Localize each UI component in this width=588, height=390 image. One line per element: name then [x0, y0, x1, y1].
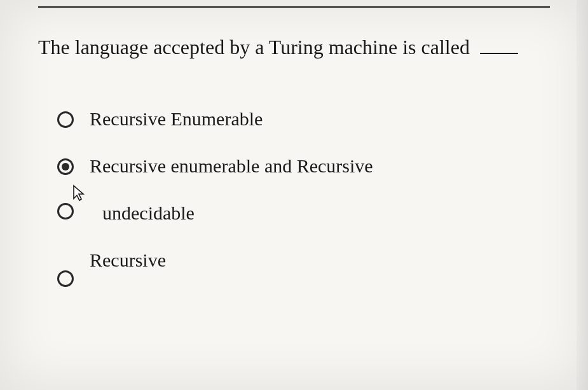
radio-unselected-icon[interactable]	[57, 111, 74, 128]
option-row-3[interactable]: undecidable	[57, 200, 550, 225]
radio-unselected-icon[interactable]	[57, 203, 74, 219]
question-content: The language accepted by a Turing machin…	[38, 36, 470, 59]
option-label: Recursive enumerable and Recursive	[90, 153, 373, 178]
question-page: The language accepted by a Turing machin…	[0, 0, 588, 335]
option-label: Recursive Enumerable	[90, 106, 263, 131]
option-row-1[interactable]: Recursive Enumerable	[57, 106, 550, 131]
options-list: Recursive Enumerable Recursive enumerabl…	[38, 106, 550, 287]
option-label: Recursive	[90, 247, 166, 272]
option-label: undecidable	[102, 200, 195, 225]
mouse-cursor-icon	[72, 185, 86, 202]
option-row-2[interactable]: Recursive enumerable and Recursive	[57, 153, 550, 178]
option-row-4[interactable]: Recursive	[57, 247, 550, 287]
question-text: The language accepted by a Turing machin…	[38, 33, 550, 62]
horizontal-divider	[38, 6, 550, 8]
fill-blank-line	[480, 53, 518, 54]
radio-unselected-icon[interactable]	[57, 270, 74, 287]
page-right-edge	[577, 0, 588, 390]
radio-selected-icon[interactable]	[57, 158, 74, 175]
